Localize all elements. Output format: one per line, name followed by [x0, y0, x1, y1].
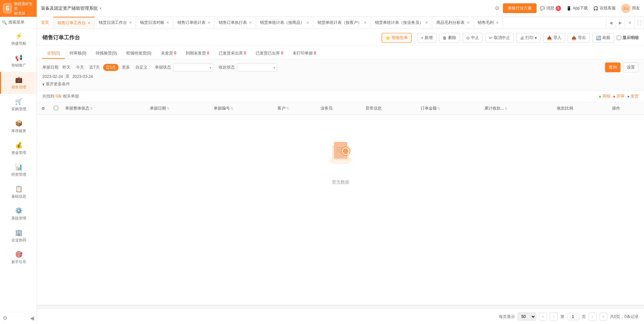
- unreview-button[interactable]: ● 弃审: [613, 93, 625, 99]
- cancel-stop-button[interactable]: ↩ 取消中止: [485, 33, 514, 43]
- sidebar-item-inventory[interactable]: 📦 库存核算: [0, 116, 37, 137]
- tab-sales-order[interactable]: 销售订单工作台 ✕: [53, 17, 95, 29]
- tab-sales-stat-product[interactable]: 销货单统计表（按商品） ✕: [256, 17, 313, 29]
- page-first-button[interactable]: «: [539, 313, 547, 321]
- sidebar-item-purchase[interactable]: 🛒 采购管理: [0, 94, 37, 116]
- filter-tab-unshipped[interactable]: 未发货 0: [156, 48, 181, 59]
- collapse-icon[interactable]: ◀: [30, 315, 34, 321]
- delete-button[interactable]: 🗑 删除: [439, 33, 460, 43]
- sidebar-item-finance[interactable]: 💰 资金管理: [0, 137, 37, 159]
- query-button[interactable]: 查询: [605, 63, 620, 72]
- tab-sales-stat[interactable]: 销售订单统计表 ✕: [173, 17, 215, 29]
- quick-nav-icon: ⚡: [15, 32, 23, 40]
- sidebar-item-quick-nav[interactable]: ⚡ 快捷导航: [0, 28, 37, 50]
- import-button[interactable]: 📥 导入: [543, 33, 565, 43]
- user-action[interactable]: Ea 用友: [621, 4, 640, 13]
- show-detail-label[interactable]: 显示明细: [617, 35, 639, 41]
- tab-home[interactable]: 首页: [37, 17, 53, 29]
- bottom-scroll[interactable]: [37, 305, 644, 309]
- filter-tab-pending-inspect[interactable]: 待拣验货(0): [91, 48, 122, 59]
- date-btn-custom[interactable]: 自定义: [133, 64, 149, 71]
- date-btn-yesterday[interactable]: 昨天: [60, 64, 73, 71]
- tab-close-sales-stat-product[interactable]: ✕: [306, 21, 309, 25]
- tab-close-sales-exec[interactable]: ✕: [249, 21, 252, 25]
- sort-amount-icon[interactable]: ⇅: [437, 107, 440, 110]
- sidebar-item-newbie[interactable]: 🎯 新手引导: [0, 247, 37, 269]
- refresh-button[interactable]: 🔄 刷新: [592, 33, 614, 43]
- page-next-button[interactable]: ›: [589, 313, 597, 321]
- tab-sales-stat-customer[interactable]: 销货单统计表（按客户） ✕: [313, 17, 371, 29]
- sidebar-logo: 6 畅捷通好生意 标准版: [0, 0, 37, 17]
- sidebar-item-enterprise[interactable]: 🏢 企业协同: [0, 225, 37, 247]
- date-btn-more[interactable]: 更多: [120, 64, 132, 71]
- filter-tab-overdue[interactable]: 到期未发货 0: [181, 48, 214, 59]
- sidebar-item-basic[interactable]: 📋 基础信息: [0, 181, 37, 203]
- message-action[interactable]: 💬 消息 6: [540, 5, 561, 11]
- filter-tab-unprinted[interactable]: 未打印单据 0: [288, 48, 321, 59]
- tab-close-cash-daily[interactable]: ✕: [129, 21, 132, 25]
- smart-generate-button[interactable]: ⭐ 智能生单: [382, 33, 412, 43]
- settings-icon[interactable]: ⚙: [3, 315, 7, 321]
- sort-collected-icon[interactable]: ⇅: [505, 107, 507, 110]
- sort-status-icon[interactable]: ⇅: [90, 107, 93, 110]
- filter-tab-shipped-not-out[interactable]: 已发货未出库 0: [214, 48, 251, 59]
- sort-customer-icon[interactable]: ⇅: [286, 107, 289, 110]
- page-size-select[interactable]: 20 50 100: [518, 313, 536, 321]
- tab-cash-reconcile[interactable]: 钱货日清对账 ✕: [136, 17, 173, 29]
- tab-sales-exec[interactable]: 销售订单执行表 ✕: [215, 17, 256, 29]
- sidebar-item-marketing[interactable]: 📢 营销推广: [0, 50, 37, 72]
- stop-button[interactable]: ⊙ 中止: [463, 33, 483, 43]
- filter-tab-pending-review[interactable]: 待审核(0): [65, 48, 91, 59]
- new-button[interactable]: + 新增: [417, 33, 436, 43]
- th-settings[interactable]: ⚙: [37, 102, 49, 115]
- tab-close-sales-stat[interactable]: ✕: [208, 21, 210, 25]
- add-icon: +: [421, 36, 423, 40]
- filter-tab-shipped-out[interactable]: 已发货已出库 0: [251, 48, 288, 59]
- tab-close-sales-order[interactable]: ✕: [88, 21, 90, 25]
- tab-scroll-left[interactable]: ◀: [606, 17, 616, 29]
- select-all-checkbox[interactable]: [54, 106, 58, 110]
- tab-close-margin-analysis[interactable]: ✕: [467, 21, 469, 25]
- online-service-action[interactable]: 🎧 在线客服: [593, 5, 616, 11]
- tab-scroll-right[interactable]: ▶: [616, 17, 625, 29]
- tab-close-sales-profit[interactable]: ✕: [496, 21, 499, 25]
- tab-margin-analysis[interactable]: 商品毛利分析表 ✕: [432, 17, 474, 29]
- page-last-button[interactable]: »: [599, 313, 607, 321]
- gear-button[interactable]: ⚙: [495, 5, 500, 11]
- tab-fullscreen[interactable]: ⛶: [635, 17, 644, 29]
- tab-close-sales-stat-customer[interactable]: ✕: [364, 21, 367, 25]
- sort-number-icon[interactable]: ⇅: [230, 107, 233, 110]
- filter-tab-wangpu-ship[interactable]: 旺铺待发货(0): [122, 48, 156, 59]
- date-btn-7days[interactable]: 近7天: [87, 64, 102, 71]
- review-button[interactable]: ● 审核: [599, 93, 610, 99]
- ship-dot: ●: [627, 94, 630, 99]
- payment-select[interactable]: [237, 64, 277, 72]
- page-prev-button[interactable]: ‹: [550, 313, 558, 321]
- status-select[interactable]: [173, 64, 213, 72]
- search-menu[interactable]: 🔍 搜索菜单: [0, 17, 37, 28]
- tab-close-cash-reconcile[interactable]: ✕: [166, 21, 169, 25]
- date-btn-today[interactable]: 今天: [74, 64, 86, 71]
- tab-sales-stat-staff[interactable]: 销货单统计表（按业务员） ✕: [371, 17, 432, 29]
- tab-close-sales-stat-staff[interactable]: ✕: [425, 21, 428, 25]
- print-button[interactable]: 🖨 打印 ▾: [516, 33, 541, 43]
- filter-tab-all[interactable]: 全部(0): [42, 48, 65, 59]
- tab-cash-daily[interactable]: 钱货日清工作台 ✕: [95, 17, 136, 29]
- pagination: 每页显示 20 50 100 « ‹ 第 页 › » 共0页，0条记录: [37, 309, 644, 324]
- tab-sales-profit[interactable]: 销售毛利 ✕: [474, 17, 503, 29]
- sidebar-item-sales[interactable]: 💼 销售管理: [0, 72, 37, 94]
- expand-conditions-button[interactable]: ▾ 展开更多条件: [42, 81, 639, 87]
- sidebar-item-system[interactable]: ⚙️ 系统管理: [0, 203, 37, 225]
- sidebar-item-operation[interactable]: 📊 经营管理: [0, 159, 37, 181]
- page-number-input[interactable]: [567, 313, 579, 320]
- date-btn-1month[interactable]: 近1月: [103, 64, 119, 71]
- export-button[interactable]: 📤 导出: [568, 33, 590, 43]
- sort-date-icon[interactable]: ⇅: [167, 107, 169, 110]
- ship-button[interactable]: ● 发货: [627, 93, 639, 99]
- app-download-action[interactable]: 📱 App下载: [566, 5, 588, 11]
- show-detail-checkbox[interactable]: [617, 36, 621, 40]
- industry-button[interactable]: 体验行业方案: [503, 3, 536, 13]
- th-check[interactable]: [49, 102, 62, 115]
- tab-close-all[interactable]: ✕: [625, 17, 635, 29]
- settings-button[interactable]: 设置: [623, 63, 639, 72]
